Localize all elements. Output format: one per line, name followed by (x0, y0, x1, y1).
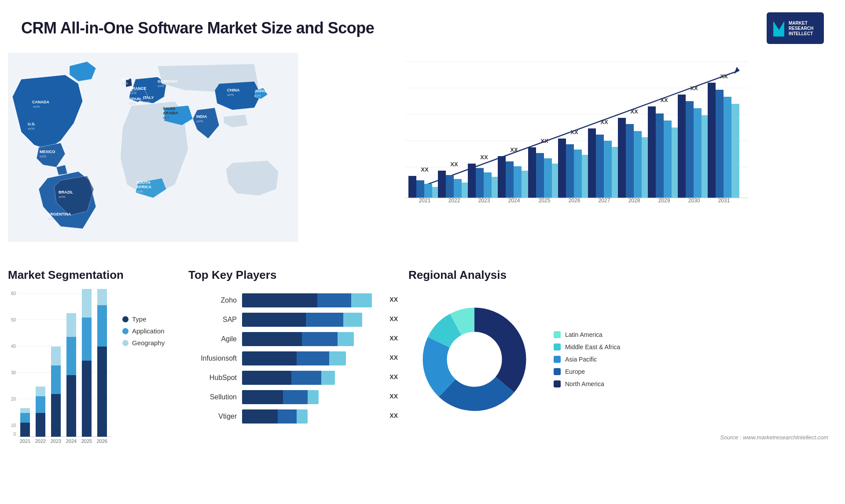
svg-rect-149 (97, 289, 107, 305)
bar-seg1 (242, 313, 306, 327)
legend-text-middle-east: Middle East & Africa (565, 343, 620, 351)
svg-text:CANADA: CANADA (32, 100, 49, 104)
svg-marker-45 (734, 67, 739, 74)
svg-rect-83 (596, 135, 604, 198)
legend-item-middle-east: Middle East & Africa (554, 343, 620, 351)
svg-text:xx%: xx% (163, 116, 169, 120)
svg-text:xx%: xx% (254, 94, 261, 98)
top-row: CANADA xx% U.S. xx% MEXICO xx% BRAZIL xx… (0, 53, 845, 264)
svg-rect-58 (468, 164, 476, 198)
svg-text:XX: XX (660, 97, 668, 103)
svg-text:GERMANY: GERMANY (158, 79, 178, 84)
bar-seg1 (242, 371, 291, 385)
regional-title: Regional Analysis (408, 268, 837, 282)
bar-seg3 (343, 313, 362, 327)
player-name-hubspot: HubSpot (188, 374, 237, 382)
bar-seg3 (329, 351, 345, 365)
svg-text:INDIA: INDIA (196, 114, 207, 119)
growth-chart-section: XX 2021 XX 2022 XX 2023 (307, 53, 837, 264)
map-container: CANADA xx% U.S. xx% MEXICO xx% BRAZIL xx… (8, 53, 298, 242)
regional-section: Regional Analysis (408, 268, 837, 493)
legend-color-middle-east (554, 343, 561, 351)
svg-text:xx%: xx% (196, 119, 203, 123)
growth-chart-container: XX 2021 XX 2022 XX 2023 (316, 57, 828, 242)
svg-rect-84 (604, 141, 612, 198)
svg-text:60: 60 (11, 291, 16, 296)
svg-text:ARGENTINA: ARGENTINA (48, 212, 71, 216)
svg-text:2025: 2025 (539, 197, 551, 204)
svg-rect-95 (656, 113, 664, 198)
segmentation-section: Market Segmentation 60 50 40 30 20 10 0 (8, 268, 180, 493)
svg-text:XX: XX (421, 166, 429, 173)
legend-color-latin-america (554, 331, 561, 338)
player-row-sellution: Sellution XX (188, 390, 400, 404)
svg-text:xx%: xx% (40, 154, 46, 158)
player-row-agile: Agile XX (188, 332, 400, 346)
svg-text:2031: 2031 (718, 197, 730, 204)
legend-text-north-america: North America (565, 380, 604, 387)
svg-text:xx%: xx% (33, 105, 40, 109)
bottom-row: Market Segmentation 60 50 40 30 20 10 0 (0, 264, 845, 493)
svg-rect-101 (686, 101, 694, 198)
player-row-zoho: Zoho XX (188, 293, 400, 307)
page-title: CRM All-in-One Software Market Size and … (21, 19, 374, 37)
svg-rect-109 (731, 104, 739, 198)
svg-rect-65 (506, 161, 514, 198)
svg-text:U.K.: U.K. (121, 77, 129, 81)
svg-text:xx%: xx% (129, 102, 136, 106)
svg-text:XX: XX (570, 129, 578, 135)
bar-seg2 (302, 332, 338, 346)
svg-rect-147 (97, 347, 107, 437)
svg-rect-66 (514, 166, 522, 198)
bar-seg1 (242, 332, 302, 346)
svg-rect-77 (566, 144, 574, 198)
svg-rect-59 (476, 168, 484, 198)
svg-text:XX: XX (480, 154, 488, 161)
seg-legend: Type Application Geography (122, 289, 165, 347)
player-name-vtiger: Vtiger (188, 413, 237, 420)
svg-rect-145 (82, 289, 92, 318)
svg-rect-88 (618, 118, 626, 198)
svg-text:xx%: xx% (28, 127, 34, 131)
svg-text:20: 20 (11, 397, 16, 402)
player-bar-wrap-zoho: XX (242, 293, 400, 307)
segmentation-title: Market Segmentation (8, 268, 180, 282)
svg-rect-82 (588, 128, 596, 198)
source-text: Source : www.marketresearchintellect.com (408, 434, 837, 441)
svg-text:CHINA: CHINA (227, 88, 240, 92)
legend-color-asia-pacific (554, 356, 561, 363)
donut-chart-svg (408, 293, 540, 425)
svg-rect-90 (634, 131, 642, 198)
logo-icon: MARKET RESEARCH INTELLECT (767, 12, 824, 44)
player-bar-wrap-sap: XX (242, 313, 400, 327)
player-bar-hubspot (242, 371, 335, 385)
svg-rect-100 (678, 95, 686, 198)
player-bar-sap (242, 313, 362, 327)
player-bar-wrap-agile: XX (242, 332, 400, 346)
svg-rect-46 (408, 176, 416, 198)
legend-item-latin-america: Latin America (554, 331, 620, 338)
player-row-sap: SAP XX (188, 313, 400, 327)
logo-area: MARKET RESEARCH INTELLECT (767, 12, 824, 44)
segmentation-chart-area: 60 50 40 30 20 10 0 (8, 289, 180, 447)
bar-seg2 (297, 351, 329, 365)
svg-text:10: 10 (11, 423, 16, 428)
svg-text:40: 40 (11, 344, 16, 349)
svg-text:xx%: xx% (143, 100, 150, 104)
svg-rect-131 (36, 413, 45, 437)
svg-rect-70 (528, 147, 536, 198)
svg-text:2022: 2022 (35, 438, 46, 444)
bar-seg3 (297, 409, 308, 424)
svg-text:2021: 2021 (20, 438, 30, 444)
svg-text:30: 30 (11, 370, 16, 375)
svg-text:XX: XX (540, 138, 548, 144)
legend-geography: Geography (122, 339, 165, 347)
svg-rect-144 (82, 318, 92, 361)
legend-label-geography: Geography (132, 339, 165, 347)
svg-rect-76 (558, 139, 566, 198)
svg-rect-47 (416, 180, 424, 198)
svg-text:2026: 2026 (97, 438, 107, 444)
svg-text:MEXICO: MEXICO (40, 150, 55, 154)
bar-seg3 (321, 371, 335, 385)
svg-text:XX: XX (630, 108, 638, 115)
